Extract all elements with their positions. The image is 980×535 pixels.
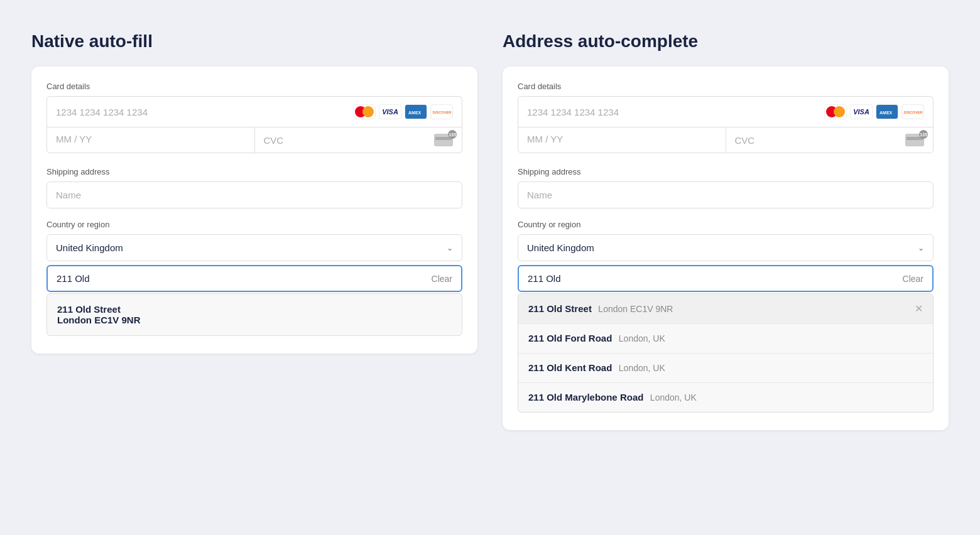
right-suggestion-0-close-icon[interactable]: ✕	[915, 303, 923, 315]
right-suggestion-2-street: 211 Old Kent Road	[528, 362, 612, 373]
right-expiry-field[interactable]: MM / YY	[518, 127, 726, 153]
right-mastercard-icon	[824, 104, 847, 119]
right-card: Card details 1234 1234 1234 1234 VISA AM…	[503, 67, 949, 430]
amex-icon: AMEX	[405, 104, 427, 119]
left-native-city: London EC1V 9NR	[57, 315, 452, 325]
svg-text:AMEX: AMEX	[408, 111, 422, 115]
right-address-value: 211 Old	[528, 273, 561, 284]
right-cvc-icon: 135	[905, 134, 924, 146]
right-address-input-row[interactable]: 211 Old Clear	[518, 265, 934, 292]
right-name-input[interactable]: Name	[518, 181, 934, 208]
left-native-item[interactable]: 211 Old Street London EC1V 9NR	[47, 294, 462, 335]
left-address-input-row[interactable]: 211 Old Clear	[46, 265, 462, 292]
left-shipping-section: Shipping address Name	[46, 167, 462, 208]
left-title: Native auto-fill	[31, 31, 477, 51]
right-country-label: Country or region	[518, 220, 934, 229]
mastercard-icon	[353, 104, 376, 119]
right-clear-button[interactable]: Clear	[903, 274, 923, 284]
visa-icon: VISA	[379, 104, 401, 119]
left-name-input[interactable]: Name	[46, 181, 462, 208]
right-cvc-field: CVC 135	[726, 127, 934, 153]
left-address-value: 211 Old	[57, 273, 90, 284]
left-card: Card details 1234 1234 1234 1234 VISA AM…	[31, 67, 477, 354]
svg-text:DISCOVER: DISCOVER	[433, 111, 452, 114]
right-card-number-placeholder: 1234 1234 1234 1234	[527, 107, 619, 117]
left-expiry-cvc-row: MM / YY CVC 135	[46, 127, 462, 153]
svg-text:AMEX: AMEX	[879, 111, 893, 115]
right-chevron-down-icon: ⌄	[918, 244, 924, 252]
right-suggestion-2-location: London, UK	[619, 363, 665, 373]
right-card-number-row: 1234 1234 1234 1234 VISA AMEX DISCOVER	[518, 96, 934, 127]
left-expiry-field[interactable]: MM / YY	[47, 127, 255, 153]
left-card-number-row: 1234 1234 1234 1234 VISA AMEX DISCOVER	[46, 96, 462, 127]
left-shipping-label: Shipping address	[46, 167, 462, 176]
right-suggestion-1-location: London, UK	[619, 333, 665, 343]
right-card-icons: VISA AMEX DISCOVER	[824, 104, 924, 119]
right-shipping-label: Shipping address	[518, 167, 934, 176]
right-card-label: Card details	[518, 82, 934, 91]
left-cvc-icon: 135	[434, 134, 453, 146]
right-country-section: Country or region United Kingdom ⌄ 211 O…	[518, 220, 934, 413]
right-discover-icon: DISCOVER	[901, 104, 924, 119]
right-amex-icon: AMEX	[876, 104, 898, 119]
left-card-number-placeholder: 1234 1234 1234 1234	[56, 107, 148, 117]
right-suggestion-3[interactable]: 211 Old Marylebone Road London, UK	[518, 383, 933, 412]
right-expiry-cvc-row: MM / YY CVC 135	[518, 127, 934, 153]
right-country-select[interactable]: United Kingdom ⌄	[518, 234, 934, 261]
right-title: Address auto-complete	[503, 31, 949, 51]
right-suggestion-0-street: 211 Old Street	[528, 303, 592, 314]
left-card-label: Card details	[46, 82, 462, 91]
right-suggestion-2[interactable]: 211 Old Kent Road London, UK	[518, 354, 933, 383]
discover-icon: DISCOVER	[430, 104, 453, 119]
left-cvc-placeholder[interactable]: CVC	[264, 135, 284, 146]
left-country-value: United Kingdom	[56, 242, 123, 253]
left-chevron-down-icon: ⌄	[447, 244, 453, 252]
left-cvc-field: CVC 135	[255, 127, 462, 153]
left-country-select[interactable]: United Kingdom ⌄	[46, 234, 462, 261]
right-suggestion-3-location: London, UK	[650, 392, 697, 403]
right-shipping-section: Shipping address Name	[518, 167, 934, 208]
left-cvc-badge: 135	[448, 130, 457, 139]
right-suggestion-3-street: 211 Old Marylebone Road	[528, 392, 643, 403]
right-suggestion-0-location: London EC1V 9NR	[598, 304, 673, 314]
right-suggestion-1-street: 211 Old Ford Road	[528, 333, 612, 343]
right-suggestion-0-text: 211 Old Street London EC1V 9NR	[528, 303, 673, 315]
right-cvc-badge: 135	[919, 130, 928, 139]
right-suggestion-0[interactable]: 211 Old Street London EC1V 9NR ✕	[518, 294, 933, 324]
left-country-label: Country or region	[46, 220, 462, 229]
svg-text:DISCOVER: DISCOVER	[904, 111, 923, 114]
right-autocomplete-dropdown: 211 Old Street London EC1V 9NR ✕ 211 Old…	[518, 293, 934, 413]
left-card-icons: VISA AMEX DISCOVER	[353, 104, 453, 119]
left-clear-button[interactable]: Clear	[432, 274, 452, 284]
right-cvc-placeholder[interactable]: CVC	[735, 135, 755, 146]
right-country-value: United Kingdom	[527, 242, 594, 253]
right-visa-icon: VISA	[850, 104, 873, 119]
right-suggestion-1[interactable]: 211 Old Ford Road London, UK	[518, 324, 933, 354]
left-panel: Native auto-fill Card details 1234 1234 …	[19, 25, 490, 510]
left-native-street: 211 Old Street	[57, 304, 452, 315]
right-panel: Address auto-complete Card details 1234 …	[490, 25, 961, 510]
left-country-section: Country or region United Kingdom ⌄ 211 O…	[46, 220, 462, 336]
left-native-dropdown: 211 Old Street London EC1V 9NR	[46, 293, 462, 336]
